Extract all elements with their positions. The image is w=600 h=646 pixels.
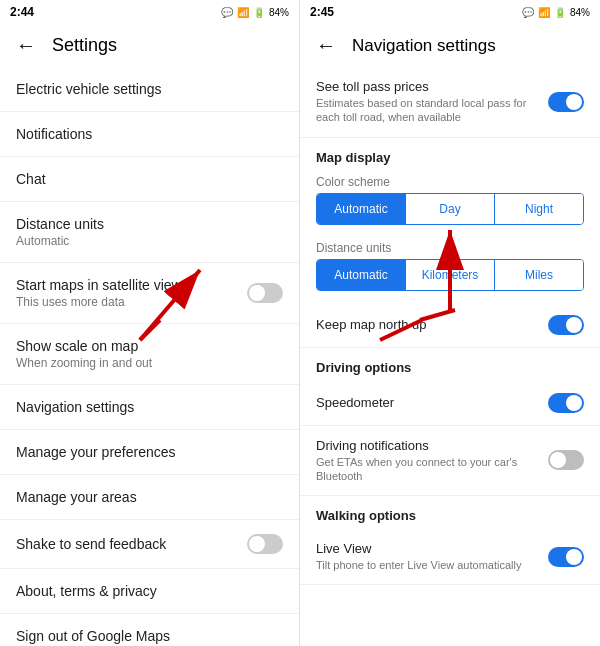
driving-notifications-label: Driving notifications	[316, 438, 540, 453]
menu-item-manage-preferences[interactable]: Manage your preferences	[0, 430, 299, 475]
right-header: ← Navigation settings	[300, 24, 600, 67]
driving-options-section-header: Driving options	[300, 348, 600, 381]
distance-automatic-button[interactable]: Automatic	[317, 260, 406, 290]
speedometer-label: Speedometer	[316, 395, 394, 410]
live-view-row[interactable]: Live View Tilt phone to enter Live View …	[300, 529, 600, 585]
color-scheme-button-group: Automatic Day Night	[316, 193, 584, 225]
menu-item-shake-feedback[interactable]: Shake to send feedback	[0, 520, 299, 569]
menu-item-chat[interactable]: Chat	[0, 157, 299, 202]
toll-pass-desc: Estimates based on standard local pass f…	[316, 96, 540, 125]
speedometer-row[interactable]: Speedometer	[300, 381, 600, 426]
keep-north-toggle[interactable]	[548, 315, 584, 335]
right-sim-icon: 📶	[538, 7, 550, 18]
menu-item-satellite-view[interactable]: Start maps in satellite view This uses m…	[0, 263, 299, 324]
right-status-icons: 💬 📶 🔋 84%	[522, 7, 590, 18]
right-back-button[interactable]: ←	[316, 34, 336, 57]
right-battery-pct: 84%	[570, 7, 590, 18]
menu-item-electric-vehicle[interactable]: Electric vehicle settings	[0, 67, 299, 112]
toll-pass-title: See toll pass prices	[316, 79, 540, 94]
menu-item-navigation-settings[interactable]: Navigation settings	[0, 385, 299, 430]
right-battery-icon: 🔋	[554, 7, 566, 18]
live-view-label: Live View	[316, 541, 540, 556]
live-view-toggle[interactable]	[548, 547, 584, 567]
left-page-title: Settings	[52, 35, 117, 56]
color-automatic-button[interactable]: Automatic	[317, 194, 406, 224]
right-page-title: Navigation settings	[352, 36, 496, 56]
sim-icon: 📶	[237, 7, 249, 18]
navigation-settings-content: See toll pass prices Estimates based on …	[300, 67, 600, 646]
menu-item-distance-units[interactable]: Distance units Automatic	[0, 202, 299, 263]
left-status-bar: 2:44 💬 📶 🔋 84%	[0, 0, 299, 24]
right-status-bar: 2:45 💬 📶 🔋 84%	[300, 0, 600, 24]
keep-north-row[interactable]: Keep map north up	[300, 303, 600, 348]
right-whatsapp-icon: 💬	[522, 7, 534, 18]
menu-item-show-scale[interactable]: Show scale on map When zooming in and ou…	[0, 324, 299, 385]
whatsapp-icon: 💬	[221, 7, 233, 18]
right-time: 2:45	[310, 5, 334, 19]
driving-notifications-desc: Get ETAs when you connect to your car's …	[316, 455, 540, 484]
driving-notifications-toggle[interactable]	[548, 450, 584, 470]
color-scheme-label: Color scheme	[300, 171, 600, 193]
battery-pct-left: 84%	[269, 7, 289, 18]
toll-pass-row[interactable]: See toll pass prices Estimates based on …	[300, 67, 600, 138]
distance-km-button[interactable]: Kilometers	[406, 260, 495, 290]
map-display-section-header: Map display	[300, 138, 600, 171]
walking-options-section-header: Walking options	[300, 496, 600, 529]
distance-miles-button[interactable]: Miles	[495, 260, 583, 290]
menu-item-sign-out[interactable]: Sign out of Google Maps	[0, 614, 299, 646]
battery-icon: 🔋	[253, 7, 265, 18]
distance-units-label: Distance units	[300, 237, 600, 259]
live-view-desc: Tilt phone to enter Live View automatica…	[316, 558, 540, 572]
speedometer-toggle[interactable]	[548, 393, 584, 413]
toll-pass-toggle[interactable]	[548, 92, 584, 112]
color-day-button[interactable]: Day	[406, 194, 495, 224]
color-night-button[interactable]: Night	[495, 194, 583, 224]
distance-units-button-group: Automatic Kilometers Miles	[316, 259, 584, 291]
menu-item-manage-areas[interactable]: Manage your areas	[0, 475, 299, 520]
satellite-toggle[interactable]	[247, 283, 283, 303]
left-time: 2:44	[10, 5, 34, 19]
shake-toggle[interactable]	[247, 534, 283, 554]
settings-menu-list: Electric vehicle settings Notifications …	[0, 67, 299, 646]
left-back-button[interactable]: ←	[16, 34, 36, 57]
menu-item-about-terms[interactable]: About, terms & privacy	[0, 569, 299, 614]
left-status-icons: 💬 📶 🔋 84%	[221, 7, 289, 18]
left-header: ← Settings	[0, 24, 299, 67]
driving-notifications-row[interactable]: Driving notifications Get ETAs when you …	[300, 426, 600, 497]
menu-item-notifications[interactable]: Notifications	[0, 112, 299, 157]
keep-north-label: Keep map north up	[316, 317, 427, 332]
